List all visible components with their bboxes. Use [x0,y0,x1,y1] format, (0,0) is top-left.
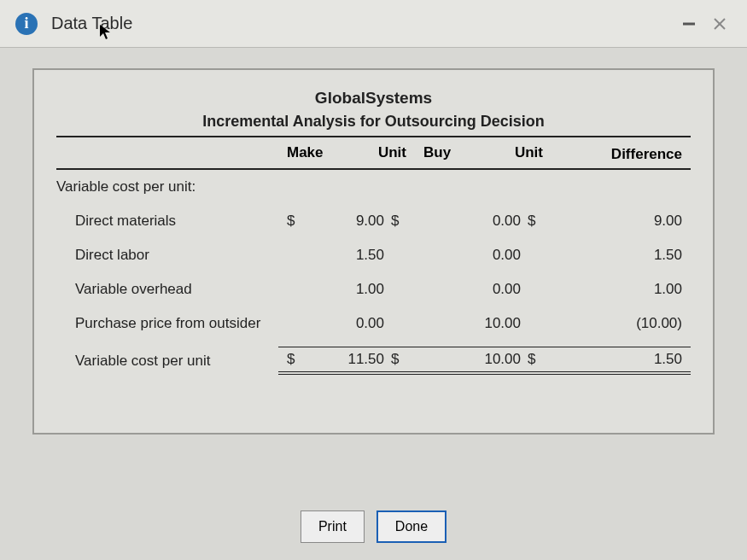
row-buy: 0.00 [415,281,551,298]
row-diff: (10.00) [551,315,691,332]
total-buy: 10.00 $ [415,347,551,375]
total-diff: 1.50 [551,347,691,375]
row-make: 1.00 [278,281,415,298]
print-button[interactable]: Print [301,510,365,543]
data-table-panel: GlobalSystems Incremental Analysis for O… [32,68,715,435]
table-row: Variable overhead 1.00 0.00 1.00 [56,272,691,306]
table-row: Purchase price from outsider 0.00 10.00 … [56,306,691,341]
window-title: Data Table [51,14,132,33]
row-diff: 1.50 [551,247,691,264]
button-row: Print Done [0,510,747,543]
done-button[interactable]: Done [376,510,446,543]
col-buy: Buy Unit [415,143,551,163]
info-icon: i [15,13,38,35]
table-row: Direct labor 1.50 0.00 1.50 [56,238,691,272]
row-label: Direct labor [56,247,278,264]
row-label: Direct materials [56,213,278,230]
titlebar: i Data Table [0,0,747,48]
total-label: Variable cost per unit [56,353,278,370]
minimize-button[interactable] [677,12,701,36]
section-label-row: Variable cost per unit: [56,170,691,204]
row-make: 0.00 [278,315,415,332]
col-diff: Difference [551,146,691,163]
close-button[interactable] [708,12,732,36]
row-make: $ 9.00 $ [278,213,415,230]
table-row: Direct materials $ 9.00 $ 0.00 $ 9.00 [56,204,691,238]
row-label: Variable overhead [56,281,278,298]
row-buy: 0.00 $ [415,213,551,230]
company-name: GlobalSystems [56,89,691,108]
row-diff: 9.00 [551,213,691,230]
section-label: Variable cost per unit: [56,178,278,195]
col-make: Make Unit [278,143,415,163]
column-headers: Make Unit Buy Unit Difference [56,137,691,170]
table-header: GlobalSystems Incremental Analysis for O… [56,89,691,137]
row-buy: 10.00 [415,315,551,332]
row-diff: 1.00 [551,281,691,298]
row-make: 1.50 [278,247,415,264]
table-subtitle: Incremental Analysis for Outsourcing Dec… [56,113,691,131]
row-buy: 0.00 [415,247,551,264]
total-make: $ 11.50 $ [278,347,415,375]
row-label: Purchase price from outsider [56,315,278,332]
total-row: Variable cost per unit $ 11.50 $ 10.00 $… [56,341,691,382]
